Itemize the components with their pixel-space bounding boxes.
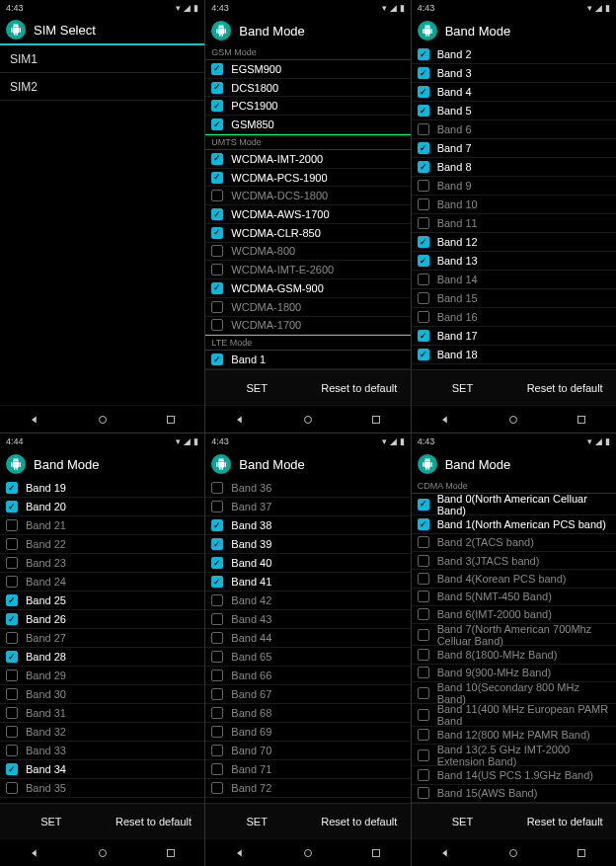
band-row[interactable]: Band 18 [412, 346, 616, 364]
checkbox-icon[interactable] [418, 105, 429, 117]
sim-row[interactable]: SIM2 [0, 73, 204, 101]
band-row[interactable]: Band 4 [412, 83, 616, 102]
band-row[interactable]: WCDMA-GSM-900 [205, 279, 410, 298]
checkbox-icon[interactable] [6, 763, 18, 775]
checkbox-icon[interactable] [211, 245, 223, 257]
checkbox-icon[interactable] [6, 782, 18, 794]
checkbox-icon[interactable] [211, 354, 223, 365]
band-row[interactable]: Band 69 [205, 723, 410, 742]
back-icon[interactable] [438, 413, 452, 427]
band-row[interactable]: PCS1900 [205, 97, 410, 116]
reset-button[interactable]: Reset to default [103, 804, 205, 838]
band-row[interactable]: Band 0(North American Celluar Band) [412, 494, 616, 515]
sim-row[interactable]: SIM1 [0, 45, 204, 73]
band-row[interactable]: Band 4(Korean PCS band) [412, 570, 616, 588]
band-row[interactable]: Band 28 [0, 648, 204, 667]
checkbox-icon[interactable] [211, 538, 223, 550]
band-row[interactable]: GSM850 [205, 116, 410, 134]
checkbox-icon[interactable] [418, 573, 429, 585]
checkbox-icon[interactable] [211, 301, 223, 313]
checkbox-icon[interactable] [211, 688, 223, 700]
content-area[interactable]: GSM Mode EGSM900 DCS1800 PCS1900 GSM850 … [205, 45, 410, 369]
checkbox-icon[interactable] [418, 161, 429, 173]
checkbox-icon[interactable] [418, 629, 429, 641]
set-button[interactable]: SET [412, 804, 514, 838]
recent-icon[interactable] [575, 846, 588, 860]
set-button[interactable]: SET [205, 370, 308, 405]
band-row[interactable]: Band 5 [412, 102, 616, 120]
checkbox-icon[interactable] [211, 519, 223, 531]
checkbox-icon[interactable] [418, 769, 429, 781]
recent-icon[interactable] [369, 846, 383, 860]
checkbox-icon[interactable] [6, 707, 18, 719]
band-row[interactable]: Band 24 [0, 573, 204, 591]
checkbox-icon[interactable] [211, 594, 223, 606]
band-row[interactable]: Band 7(North American 700Mhz Celluar Ban… [412, 624, 616, 646]
checkbox-icon[interactable] [6, 613, 18, 625]
band-row[interactable]: WCDMA-PCS-1900 [205, 169, 410, 188]
band-row[interactable]: Band 25 [0, 591, 204, 610]
band-row[interactable]: Band 33 [0, 742, 204, 760]
home-icon[interactable] [301, 413, 315, 427]
checkbox-icon[interactable] [211, 763, 223, 775]
band-row[interactable]: Band 12 [412, 233, 616, 252]
band-row[interactable]: Band 39 [205, 535, 410, 554]
checkbox-icon[interactable] [211, 264, 223, 276]
checkbox-icon[interactable] [418, 236, 429, 248]
checkbox-icon[interactable] [418, 590, 429, 602]
band-row[interactable]: Band 68 [205, 704, 410, 723]
band-row[interactable]: Band 38 [205, 516, 410, 535]
band-row[interactable]: Band 14(US PCS 1.9GHz Band) [412, 766, 616, 784]
band-row[interactable]: Band 11 [412, 214, 616, 233]
band-row[interactable]: Band 42 [205, 591, 410, 610]
band-row[interactable]: Band 13 [412, 252, 616, 271]
content-area[interactable]: Band 36 Band 37 Band 38 Band 39 Band 40 … [205, 479, 410, 803]
band-row[interactable]: Band 29 [0, 667, 204, 685]
checkbox-icon[interactable] [418, 499, 429, 511]
band-row[interactable]: Band 2 [412, 45, 616, 64]
checkbox-icon[interactable] [418, 180, 429, 192]
band-row[interactable]: Band 12(800 MHz PAMR Band) [412, 727, 616, 745]
band-row[interactable]: Band 3 [412, 64, 616, 83]
band-row[interactable]: Band 32 [0, 723, 204, 742]
checkbox-icon[interactable] [418, 255, 429, 267]
checkbox-icon[interactable] [211, 482, 223, 494]
checkbox-icon[interactable] [6, 594, 18, 606]
checkbox-icon[interactable] [6, 726, 18, 738]
recent-icon[interactable] [369, 413, 383, 427]
home-icon[interactable] [506, 413, 520, 427]
checkbox-icon[interactable] [418, 349, 429, 360]
band-row[interactable]: WCDMA-1700 [205, 317, 410, 336]
checkbox-icon[interactable] [418, 86, 429, 98]
band-row[interactable]: Band 11(400 MHz European PAMR Band [412, 704, 616, 726]
recent-icon[interactable] [575, 413, 588, 427]
checkbox-icon[interactable] [418, 48, 429, 60]
band-row[interactable]: Band 31 [0, 704, 204, 723]
band-row[interactable]: Band 41 [205, 573, 410, 591]
checkbox-icon[interactable] [418, 67, 429, 79]
checkbox-icon[interactable] [418, 518, 429, 530]
checkbox-icon[interactable] [211, 707, 223, 719]
content-area[interactable]: CDMA Mode Band 0(North American Celluar … [412, 479, 616, 803]
band-row[interactable]: WCDMA-800 [205, 243, 410, 262]
checkbox-icon[interactable] [418, 198, 429, 210]
band-row[interactable]: Band 6(IMT-2000 band) [412, 606, 616, 624]
band-row[interactable]: Band 5(NMT-450 Band) [412, 589, 616, 606]
back-icon[interactable] [28, 846, 41, 860]
checkbox-icon[interactable] [211, 63, 223, 75]
checkbox-icon[interactable] [211, 100, 223, 112]
band-row[interactable]: Band 40 [205, 554, 410, 573]
recent-icon[interactable] [164, 846, 178, 860]
band-row[interactable]: Band 65 [205, 648, 410, 667]
home-icon[interactable] [96, 846, 110, 860]
band-row[interactable]: WCDMA-AWS-1700 [205, 205, 410, 224]
checkbox-icon[interactable] [418, 274, 429, 285]
band-row[interactable]: Band 37 [205, 498, 410, 516]
home-icon[interactable] [506, 846, 520, 860]
content-area[interactable]: SIM1SIM2 [0, 45, 204, 405]
band-row[interactable]: Band 2(TACS band) [412, 534, 616, 552]
band-row[interactable]: Band 6 [412, 120, 616, 139]
checkbox-icon[interactable] [6, 745, 18, 756]
checkbox-icon[interactable] [211, 227, 223, 239]
reset-button[interactable]: Reset to default [513, 804, 616, 838]
